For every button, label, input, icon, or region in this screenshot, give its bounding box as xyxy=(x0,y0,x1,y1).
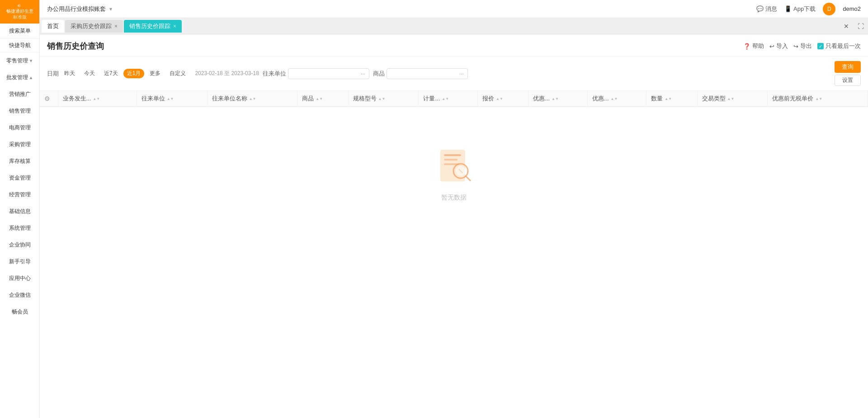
import-label: 导入 xyxy=(776,42,788,50)
import-button[interactable]: ↩ 导入 xyxy=(769,42,788,50)
tab-sales-label: 销售历史价跟踪 xyxy=(129,22,170,30)
filter-actions: 查询 设置 xyxy=(835,61,861,86)
topbar-dropdown-icon[interactable]: ▾ xyxy=(109,6,112,12)
table-header-row: ⚙ 业务发生... ▲▼ 往来单位 ▲▼ xyxy=(40,91,868,107)
tab-home[interactable]: 首页 xyxy=(42,20,64,33)
tab-purchase-label: 采购历史价跟踪 xyxy=(71,22,112,30)
col-counterpart[interactable]: 往来单位 ▲▼ xyxy=(137,91,207,107)
col-pre-tax-price-label: 优惠前无税单价 xyxy=(772,95,813,103)
checkbox-teal-icon: ✓ xyxy=(817,43,824,49)
sidebar-item-appcenter[interactable]: 应用中心 xyxy=(0,270,39,287)
col-unit[interactable]: 计量... ▲▼ xyxy=(419,91,477,107)
app-name: 畅捷通好生意 xyxy=(6,9,33,14)
sort-icon: ▲▼ xyxy=(167,97,174,101)
sidebar-item-operations[interactable]: 经营管理 xyxy=(0,186,39,203)
sidebar-item-ecommerce[interactable]: 电商管理 xyxy=(0,119,39,136)
col-biz-date[interactable]: 业务发生... ▲▼ xyxy=(58,91,137,107)
date-option-more[interactable]: 更多 xyxy=(146,69,164,78)
date-option-today[interactable]: 今天 xyxy=(80,69,99,78)
col-trade-type[interactable]: 交易类型 ▲▼ xyxy=(697,91,768,107)
counterpart-input[interactable]: ··· xyxy=(288,68,369,79)
import-icon: ↩ xyxy=(769,43,774,50)
page-title: 销售历史价查询 xyxy=(47,41,104,52)
export-label: 导出 xyxy=(800,42,812,50)
sidebar-item-vip[interactable]: 畅会员 xyxy=(0,304,39,320)
sidebar-item-inventory[interactable]: 库存核算 xyxy=(0,153,39,170)
empty-state: 暂无数据 xyxy=(40,107,868,238)
date-option-last7[interactable]: 近7天 xyxy=(100,69,122,78)
user-avatar[interactable]: D xyxy=(823,3,835,15)
help-button[interactable]: ❓ 帮助 xyxy=(743,42,764,50)
tab-sales-history[interactable]: 销售历史价跟踪 × xyxy=(124,20,182,33)
newbie-label: 新手引导 xyxy=(9,258,31,266)
tab-sales-close-icon[interactable]: × xyxy=(173,23,176,29)
col-spec[interactable]: 规格型号 ▲▼ xyxy=(348,91,419,107)
counterpart-label: 往来单位 xyxy=(263,70,286,78)
query-button[interactable]: 查询 xyxy=(835,61,861,73)
appcenter-label: 应用中心 xyxy=(9,275,31,282)
sort-icon: ▲▼ xyxy=(93,97,100,101)
sidebar-item-enterprise[interactable]: 企业协同 xyxy=(0,237,39,253)
sidebar-item-retail[interactable]: 零售管理 ▼ xyxy=(0,52,39,69)
date-option-custom[interactable]: 自定义 xyxy=(166,69,189,78)
export-button[interactable]: ↪ 导出 xyxy=(793,42,812,50)
app-download-label: App下载 xyxy=(793,5,816,13)
search-menu[interactable]: 搜索菜单 xyxy=(0,24,39,39)
sidebar-item-system[interactable]: 系统管理 xyxy=(0,220,39,237)
date-filter: 日期 昨天 今天 近7天 近1月 更多 自定义 xyxy=(47,69,189,78)
tab-home-label: 首页 xyxy=(47,22,59,30)
download-icon: 📱 xyxy=(784,5,792,12)
sidebar-item-finance[interactable]: 资金管理 xyxy=(0,170,39,186)
gear-icon: ⚙ xyxy=(44,95,50,102)
col-unit-label: 计量... xyxy=(423,95,440,103)
only-last-checkbox[interactable]: ✓ 只看最后一次 xyxy=(817,42,861,50)
col-counterpart-label: 往来单位 xyxy=(142,95,165,103)
tab-purchase-close-icon[interactable]: × xyxy=(114,23,118,29)
col-quantity[interactable]: 数量 ▲▼ xyxy=(646,91,697,107)
sidebar-item-marketing[interactable]: 营销推广 xyxy=(0,86,39,103)
date-label: 日期 xyxy=(47,70,59,78)
sidebar-item-purchase[interactable]: 采购管理 xyxy=(0,136,39,153)
col-discount1-label: 优惠... xyxy=(533,95,550,103)
chevron-up-icon: ▲ xyxy=(29,75,33,80)
sidebar-item-basics[interactable]: 基础信息 xyxy=(0,203,39,220)
col-discount2[interactable]: 优惠... ▲▼ xyxy=(587,91,646,107)
col-settings[interactable]: ⚙ xyxy=(40,91,58,107)
topbar-title: 办公用品行业模拟账套 xyxy=(47,5,106,13)
app-download-button[interactable]: 📱 App下载 xyxy=(784,5,816,13)
operations-label: 经营管理 xyxy=(9,191,31,199)
col-spec-label: 规格型号 xyxy=(353,95,377,103)
col-counterpart-name[interactable]: 往来单位名称 ▲▼ xyxy=(207,91,297,107)
sidebar-item-newbie[interactable]: 新手引导 xyxy=(0,253,39,270)
topbar: 办公用品行业模拟账套 ▾ 💬 消息 📱 App下载 D demo2 xyxy=(40,0,868,18)
sidebar-item-sales[interactable]: 销售管理 xyxy=(0,103,39,119)
close-tab-button[interactable]: ✕ xyxy=(841,21,852,32)
quick-nav-label: 快捷导航 xyxy=(9,42,31,48)
main-content: 办公用品行业模拟账套 ▾ 💬 消息 📱 App下载 D demo2 首页 采购历… xyxy=(40,0,868,418)
sort-icon: ▲▼ xyxy=(316,97,323,101)
date-option-yesterday[interactable]: 昨天 xyxy=(61,69,79,78)
vip-label: 畅会员 xyxy=(12,308,28,316)
fullscreen-button[interactable]: ⛶ xyxy=(855,21,866,32)
col-quote[interactable]: 报价 ▲▼ xyxy=(477,91,528,107)
tabs-bar: 首页 采购历史价跟踪 × 销售历史价跟踪 × ✕ ⛶ xyxy=(40,18,868,34)
col-product[interactable]: 商品 ▲▼ xyxy=(297,91,348,107)
sidebar: 6 畅捷通好生意 标准版 搜索菜单 快捷导航 零售管理 ▼ 批发管理 ▲ 营销推… xyxy=(0,0,40,418)
sidebar-item-wechat[interactable]: 企业微信 xyxy=(0,287,39,304)
date-options: 昨天 今天 近7天 近1月 更多 自定义 xyxy=(61,69,189,78)
quick-nav[interactable]: 快捷导航 xyxy=(0,39,39,52)
col-pre-tax-price[interactable]: 优惠前无税单价 ▲▼ xyxy=(768,91,868,107)
sort-icon: ▲▼ xyxy=(378,97,386,101)
product-input[interactable]: ··· xyxy=(387,68,468,79)
col-quote-label: 报价 xyxy=(482,95,494,103)
tab-purchase-history[interactable]: 采购历史价跟踪 × xyxy=(65,20,123,33)
date-option-last1m[interactable]: 近1月 xyxy=(123,69,145,78)
sort-icon: ▲▼ xyxy=(665,97,672,101)
wholesale-label: 批发管理 xyxy=(6,74,28,81)
data-table: ⚙ 业务发生... ▲▼ 往来单位 ▲▼ xyxy=(40,91,868,107)
message-button[interactable]: 💬 消息 xyxy=(756,5,777,13)
ecommerce-label: 电商管理 xyxy=(9,124,31,132)
sidebar-item-wholesale[interactable]: 批发管理 ▲ xyxy=(0,69,39,86)
settings-button[interactable]: 设置 xyxy=(835,75,861,86)
col-discount1[interactable]: 优惠... ▲▼ xyxy=(528,91,587,107)
